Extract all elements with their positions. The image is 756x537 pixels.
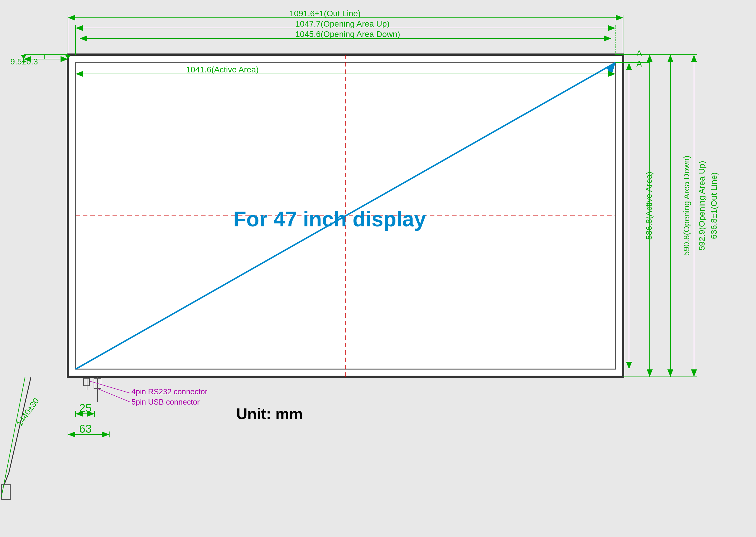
unit-label: Unit: mm xyxy=(236,405,303,423)
svg-marker-58 xyxy=(68,432,75,437)
svg-line-65 xyxy=(97,389,130,402)
svg-marker-29 xyxy=(647,369,653,377)
active-area-height-label: 586.8(Active Area) xyxy=(644,172,654,240)
opening-area-up-height-label: 592.9(Opening Area Up) xyxy=(697,161,707,251)
opening-area-down-height-label: 590.8(Opening Area Down) xyxy=(682,155,691,256)
cable-length-label: 1440±30 xyxy=(15,396,41,428)
label-a1: A xyxy=(636,49,642,58)
svg-marker-59 xyxy=(102,432,109,437)
svg-rect-62 xyxy=(84,378,90,386)
svg-marker-26 xyxy=(626,362,632,369)
dim-63-label: 63 xyxy=(79,423,92,435)
svg-marker-20 xyxy=(76,71,83,77)
svg-marker-42 xyxy=(65,55,71,59)
display-title: For 47 inch display xyxy=(233,207,426,231)
rs232-connector-label: 4pin RS232 connector xyxy=(132,387,207,396)
dim-25-label: 25 xyxy=(79,402,92,415)
svg-line-47 xyxy=(3,473,9,488)
svg-marker-28 xyxy=(647,55,653,62)
svg-marker-36 xyxy=(691,55,697,62)
active-area-width-label: 1041.6(Active Area) xyxy=(186,65,259,74)
svg-rect-48 xyxy=(1,485,10,499)
svg-marker-18 xyxy=(604,35,611,41)
diagram-container: 1091.6±1(Out Line) 1047.7(Opening Area U… xyxy=(0,0,756,537)
svg-rect-63 xyxy=(94,378,101,389)
svg-marker-45 xyxy=(60,56,68,62)
svg-marker-37 xyxy=(691,369,697,377)
opening-area-up-width-label: 1047.7(Opening Area Up) xyxy=(295,19,390,29)
svg-marker-5 xyxy=(607,62,616,76)
svg-line-64 xyxy=(90,381,130,393)
svg-marker-10 xyxy=(616,15,623,21)
svg-marker-9 xyxy=(68,15,75,21)
label-a2: A xyxy=(636,59,642,68)
svg-marker-25 xyxy=(626,62,632,70)
out-line-height-label: 636.8±1(Out Line) xyxy=(709,172,719,239)
svg-marker-32 xyxy=(667,369,673,377)
svg-marker-14 xyxy=(76,25,83,31)
svg-line-49 xyxy=(1,377,25,497)
svg-marker-31 xyxy=(667,55,673,62)
usb-connector-label: 5pin USB connector xyxy=(132,397,200,407)
side-offset-label: 9.5±0.3 xyxy=(10,57,38,66)
out-line-width-label: 1091.6±1(Out Line) xyxy=(289,9,360,18)
svg-marker-21 xyxy=(608,71,616,77)
diagram-svg xyxy=(0,0,756,537)
svg-marker-17 xyxy=(80,35,87,41)
svg-marker-15 xyxy=(608,25,616,31)
opening-area-down-width-label: 1045.6(Opening Area Down) xyxy=(295,29,400,39)
